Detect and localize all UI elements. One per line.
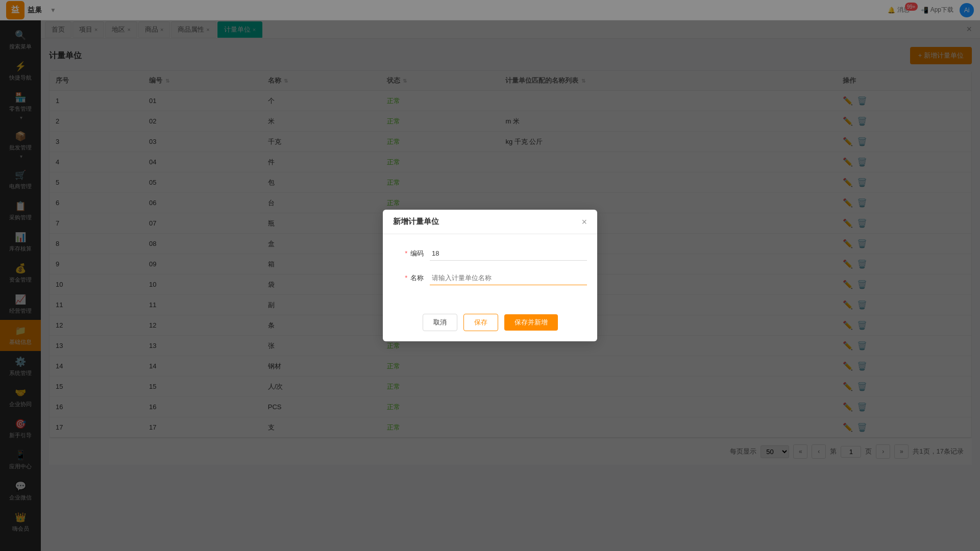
code-label-text: 编码 [410, 249, 424, 257]
code-form-row: * 编码 [393, 246, 587, 261]
name-label-text: 名称 [410, 274, 424, 282]
name-input[interactable] [430, 271, 587, 285]
name-label: * 名称 [393, 273, 424, 283]
modal-footer: 取消 保存 保存并新增 [383, 308, 597, 341]
modal-title: 新增计量单位 [393, 217, 439, 227]
add-unit-modal: 新增计量单位 × * 编码 * 名称 取消 保存 保存并新增 [383, 210, 597, 341]
modal-overlay: 新增计量单位 × * 编码 * 名称 取消 保存 保存并新增 [0, 0, 980, 551]
save-button[interactable]: 保存 [463, 314, 498, 331]
code-label: * 编码 [393, 249, 424, 258]
cancel-button[interactable]: 取消 [423, 314, 457, 331]
name-form-row: * 名称 [393, 271, 587, 285]
code-input[interactable] [430, 246, 587, 261]
modal-body: * 编码 * 名称 [383, 234, 597, 308]
modal-header: 新增计量单位 × [383, 210, 597, 234]
save-and-new-button[interactable]: 保存并新增 [504, 314, 558, 331]
code-required-mark: * [405, 249, 407, 257]
modal-close-button[interactable]: × [581, 217, 587, 227]
name-required-mark: * [405, 274, 407, 282]
